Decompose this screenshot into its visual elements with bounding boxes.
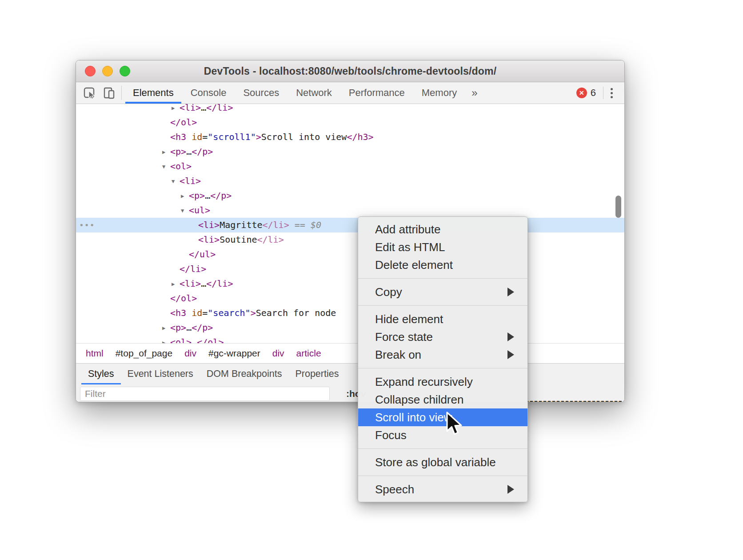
node-options-dots[interactable]: ••• (79, 218, 95, 232)
tab-console[interactable]: Console (182, 82, 235, 104)
expand-arrow-icon[interactable]: ▶ (172, 277, 175, 292)
inspect-element-icon[interactable] (82, 85, 97, 100)
code-segment: <ul> (189, 205, 210, 216)
dom-node[interactable]: ▶<p>…</p> (76, 320, 624, 335)
code-segment: > (251, 308, 256, 318)
tab-performance[interactable]: Performance (340, 82, 413, 104)
dom-node[interactable]: ▶<li>…</li> (76, 276, 624, 291)
collapse-arrow-icon[interactable]: ▼ (162, 160, 165, 174)
menu-separator (358, 448, 527, 449)
styles-filter-input[interactable] (80, 387, 330, 401)
collapse-arrow-icon[interactable]: ▼ (181, 204, 184, 218)
code-segment: </li> (257, 234, 284, 245)
more-tabs-chevron-icon[interactable]: » (465, 82, 483, 104)
menu-item-speech[interactable]: Speech (358, 480, 527, 498)
dom-node[interactable]: ▶<p>…</p> (76, 188, 624, 203)
dom-node[interactable]: ▼<ol> (76, 159, 624, 174)
dom-node[interactable]: ▶<li>…</li> (76, 104, 624, 115)
dom-node[interactable]: <li>Soutine</li> (76, 232, 624, 247)
menu-separator (358, 368, 527, 368)
error-icon: ✕ (576, 88, 587, 98)
context-menu: Add attributeEdit as HTMLDelete elementC… (358, 216, 528, 502)
menu-item-scroll-into-view[interactable]: Scroll into view (358, 408, 527, 426)
dom-node[interactable]: ▼<ul> (76, 203, 624, 218)
sidebar-tab-event-listeners[interactable]: Event Listeners (121, 364, 200, 384)
dom-node[interactable]: </ul> (76, 247, 624, 262)
code-segment: … (186, 322, 192, 333)
code-segment: </li> (206, 104, 233, 113)
menu-item-edit-as-html[interactable]: Edit as HTML (358, 238, 527, 256)
styles-filter-row: :hov (76, 384, 624, 402)
dom-node[interactable]: ▶<p>…</p> (76, 144, 624, 159)
breadcrumb-item[interactable]: #gc-wrapper (208, 348, 260, 359)
mouse-cursor-icon (445, 412, 464, 439)
code-segment: id (192, 132, 202, 142)
menu-item-add-attribute[interactable]: Add attribute (358, 220, 527, 238)
breadcrumb-item[interactable]: div (272, 348, 284, 359)
close-button[interactable] (85, 66, 96, 76)
breadcrumb-item[interactable]: html (86, 348, 104, 359)
menu-item-hide-element[interactable]: Hide element (358, 310, 527, 328)
menu-item-delete-element[interactable]: Delete element (358, 256, 527, 274)
menu-item-expand-recursively[interactable]: Expand recursively (358, 373, 527, 391)
sidebar-tab-properties[interactable]: Properties (288, 364, 345, 384)
breadcrumb-item[interactable]: div (184, 348, 196, 359)
error-badge[interactable]: ✕ 6 (576, 87, 603, 99)
minimize-button[interactable] (102, 66, 113, 76)
device-toolbar-icon[interactable] (102, 85, 117, 100)
code-segment: Magritte (220, 220, 262, 230)
menu-item-force-state[interactable]: Force state (358, 328, 527, 346)
code-segment: … (205, 190, 210, 201)
code-segment: </p> (210, 190, 232, 201)
dom-tree: ▶<li>…</li></ol><h3 id="scroll1">Scroll … (76, 104, 624, 343)
code-segment: … (192, 337, 197, 343)
menu-item-collapse-children[interactable]: Collapse children (358, 391, 527, 408)
code-segment: <li> (198, 220, 220, 230)
expand-arrow-icon[interactable]: ▶ (162, 336, 165, 343)
breadcrumb-item[interactable]: #top_of_page (116, 348, 172, 359)
clipped-dashed-element (526, 401, 622, 402)
code-segment: id (192, 308, 202, 318)
code-segment: == (289, 220, 311, 230)
dom-node[interactable]: </li> (76, 262, 624, 276)
expand-arrow-icon[interactable]: ▶ (162, 321, 165, 336)
zoom-button[interactable] (120, 66, 130, 76)
dom-node[interactable]: <h3 id="search">Search for node (76, 306, 624, 320)
expand-arrow-icon[interactable]: ▶ (181, 189, 184, 204)
code-segment: <p> (170, 146, 186, 157)
menu-item-focus[interactable]: Focus (358, 426, 527, 444)
tab-elements[interactable]: Elements (124, 82, 182, 104)
code-segment: <p> (170, 322, 186, 333)
code-segment: <li> (180, 176, 201, 186)
code-segment: Scroll into view (261, 132, 347, 142)
dom-node-selected[interactable]: •••<li>Magritte</li> == $0 (76, 218, 624, 232)
vertical-scrollbar[interactable] (615, 196, 621, 218)
expand-arrow-icon[interactable]: ▶ (162, 145, 165, 160)
dom-node[interactable]: <h3 id="scroll1">Scroll into view</h3> (76, 130, 624, 144)
code-segment: </ol> (170, 293, 197, 304)
submenu-arrow-icon (507, 485, 514, 494)
breadcrumb-item[interactable]: article (296, 348, 321, 359)
traffic-lights (85, 60, 130, 82)
sidebar-tab-styles[interactable]: Styles (81, 364, 121, 384)
tab-memory[interactable]: Memory (413, 82, 465, 104)
expand-arrow-icon[interactable]: ▶ (172, 104, 175, 116)
dom-node[interactable]: </ol> (76, 291, 624, 306)
code-segment: </p> (192, 322, 213, 333)
collapse-arrow-icon[interactable]: ▼ (172, 174, 175, 189)
code-segment: </li> (263, 220, 289, 230)
panel-tabs: ElementsConsoleSourcesNetworkPerformance… (124, 82, 465, 104)
dom-node[interactable]: ▶<ol>…</ol> (76, 335, 624, 343)
menu-item-break-on[interactable]: Break on (358, 346, 527, 364)
dom-tree-pane: ▶<li>…</li></ol><h3 id="scroll1">Scroll … (76, 104, 624, 343)
tab-sources[interactable]: Sources (235, 82, 288, 104)
tab-network[interactable]: Network (288, 82, 340, 104)
dom-node[interactable]: </ol> (76, 115, 624, 130)
menu-item-copy[interactable]: Copy (358, 283, 527, 301)
dom-node[interactable]: ▼<li> (76, 174, 624, 188)
menu-item-store-as-global-variable[interactable]: Store as global variable (358, 453, 527, 471)
code-segment: … (186, 146, 192, 157)
code-segment: > (256, 132, 261, 142)
sidebar-tab-dom-breakpoints[interactable]: DOM Breakpoints (200, 364, 289, 384)
kebab-menu-icon[interactable] (603, 87, 620, 99)
